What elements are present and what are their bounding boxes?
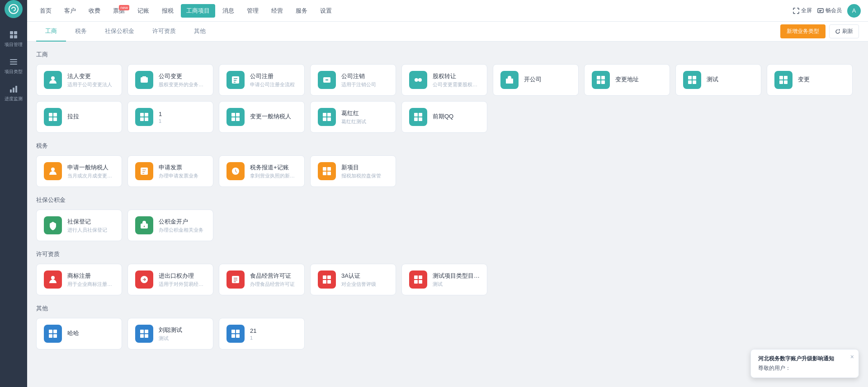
nav-home[interactable]: 首页 xyxy=(34,4,57,18)
card-desc-gehonghong: 葛红红测试 xyxy=(341,118,388,125)
nav-fee[interactable]: 收费 xyxy=(83,4,106,18)
card-name-num1: 1 xyxy=(159,111,206,117)
svg-rect-70 xyxy=(53,330,57,333)
nav-client[interactable]: 客户 xyxy=(59,4,81,18)
svg-rect-28 xyxy=(779,80,783,84)
card-icon-qianqi xyxy=(409,108,427,126)
card-info-liucong-test: 刘聪测试 测试 xyxy=(159,326,206,342)
card-change-tax[interactable]: 变更一般纳税人 xyxy=(219,101,305,133)
card-gjj-open[interactable]: 公积金开户 办理公积金相关业务 xyxy=(127,210,213,241)
card-info-food-license: 食品经营许可证 办理食品经营许可证 xyxy=(250,272,297,288)
sidebar-item-project-type[interactable]: 项目类型 xyxy=(0,52,27,79)
card-tax-report[interactable]: 税务报道+记账 拿到营业执照的新公司 xyxy=(219,155,305,187)
card-company-cancel[interactable]: 公司注销 适用于注销公司 xyxy=(310,64,396,96)
section-title-xuke: 许可资质 xyxy=(36,250,859,258)
card-icon-food-license xyxy=(226,270,245,289)
nav-settings[interactable]: 设置 xyxy=(315,4,337,18)
nav-bizproject[interactable]: 工商项目 xyxy=(181,4,215,18)
card-change-address[interactable]: 变更地址 xyxy=(584,64,670,96)
tab-xuke[interactable]: 许可资质 xyxy=(143,22,185,42)
card-info-num1: 1 1 xyxy=(159,111,206,124)
sidebar-item-progress[interactable]: 进度监测 xyxy=(0,79,27,107)
svg-point-16 xyxy=(418,78,422,82)
card-new-project[interactable]: 新项目 报税加税控盘保管 xyxy=(310,155,396,187)
fullscreen-btn[interactable]: 全屏 xyxy=(793,7,812,14)
card-name-new-project: 新项目 xyxy=(341,163,388,172)
notification-close-btn[interactable]: × xyxy=(850,353,854,360)
sidebar-item-project-manage[interactable]: 项目管理 xyxy=(0,25,27,52)
card-food-license[interactable]: 食品经营许可证 办理食品经营许可证 xyxy=(219,264,305,295)
svg-rect-18 xyxy=(597,76,600,79)
card-num1[interactable]: 1 1 xyxy=(127,101,213,133)
card-import-export[interactable]: 进出口权办理 适用于对外贸易经营者 xyxy=(127,264,213,295)
sidebar-label-project-manage: 项目管理 xyxy=(5,42,23,48)
card-desc-company-change: 股权变更外的业务变更 xyxy=(159,81,206,88)
card-info-company-register: 公司注册 申请公司注册全流程 xyxy=(250,72,297,88)
member-btn[interactable]: 畅会员 xyxy=(817,7,842,14)
card-name-change-tax: 变更一般纳税人 xyxy=(250,112,297,121)
card-faren-bianggeng[interactable]: 法人变更 适用于公司变更法人 xyxy=(36,64,122,96)
card-icon-open-company xyxy=(500,71,519,89)
svg-rect-42 xyxy=(323,113,326,117)
svg-rect-5 xyxy=(10,61,17,62)
topnav-right: 全屏 畅会员 A xyxy=(793,4,861,18)
svg-rect-61 xyxy=(323,275,326,279)
card-desc-liucong-test: 测试 xyxy=(159,335,206,342)
avatar[interactable]: A xyxy=(847,4,861,18)
card-apply-tax[interactable]: 申请一般纳税人 当月或次月成变更完成 xyxy=(36,155,122,187)
card-icon-faren xyxy=(44,71,62,89)
nav-message[interactable]: 消息 xyxy=(217,4,240,18)
card-name-tax-report: 税务报道+记账 xyxy=(250,163,297,172)
svg-rect-35 xyxy=(145,113,148,117)
card-haha[interactable]: 哈哈 xyxy=(36,318,122,350)
nav-manage[interactable]: 管理 xyxy=(241,4,264,18)
tab-shebao[interactable]: 社保公积金 xyxy=(96,22,143,42)
nav-accounting[interactable]: 记账 xyxy=(132,4,155,18)
card-info-change-tax: 变更一般纳税人 xyxy=(250,112,297,121)
card-qianqi[interactable]: 前期QQ xyxy=(401,101,487,133)
card-icon-company-register xyxy=(226,71,245,89)
gongshang-cards: 法人变更 适用于公司变更法人 公司变更 股权变更外的业务变更 xyxy=(36,64,859,133)
section-title-other: 其他 xyxy=(36,304,859,312)
card-test-type[interactable]: 测试项目类型目定义 测试 xyxy=(401,264,487,295)
list-icon xyxy=(9,57,19,67)
card-21[interactable]: 21 1 xyxy=(219,318,305,350)
tab-shuiwu[interactable]: 税务 xyxy=(66,22,96,42)
tab-other[interactable]: 其他 xyxy=(185,22,215,42)
card-company-change[interactable]: 公司变更 股权变更外的业务变更 xyxy=(127,64,213,96)
svg-point-11 xyxy=(51,76,55,80)
card-icon-test1 xyxy=(683,71,701,89)
nav-tax[interactable]: 报税 xyxy=(156,4,179,18)
card-shebao-reg[interactable]: 社保登记 进行人员社保登记 xyxy=(36,210,122,241)
nav-operate[interactable]: 经营 xyxy=(266,4,288,18)
card-name-lala: 拉拉 xyxy=(67,112,114,121)
section-title-gongshang: 工商 xyxy=(36,51,859,59)
card-gehonghong[interactable]: 葛红红 葛红红测试 xyxy=(310,101,396,133)
card-open-company[interactable]: 开公司 xyxy=(493,64,579,96)
tab-gongshang[interactable]: 工商 xyxy=(36,22,66,42)
svg-rect-41 xyxy=(236,117,240,121)
card-icon-import-export xyxy=(135,270,153,289)
app-main: 首页 客户 收费 票据 new 记账 报税 工商项目 消息 管理 经营 服务 设… xyxy=(27,0,868,387)
card-name-trademark: 商标注册 xyxy=(67,272,114,280)
svg-rect-48 xyxy=(414,117,418,121)
refresh-button[interactable]: 刷新 xyxy=(829,24,859,38)
card-company-register[interactable]: 公司注册 申请公司注册全流程 xyxy=(219,64,305,96)
card-desc-test-type: 测试 xyxy=(433,281,480,288)
svg-rect-33 xyxy=(53,117,57,121)
chart-icon xyxy=(9,84,19,94)
card-liucong-test[interactable]: 刘聪测试 测试 xyxy=(127,318,213,350)
svg-rect-78 xyxy=(236,330,240,333)
card-apply-invoice[interactable]: 申请发票 办理申请发票业务 xyxy=(127,155,213,187)
notification-content: 尊敬的用户： xyxy=(758,364,851,372)
card-lala[interactable]: 拉拉 xyxy=(36,101,122,133)
card-change2[interactable]: 变更 xyxy=(767,64,853,96)
card-3a-cert[interactable]: 3A认证 对企业信誉评级 xyxy=(310,264,396,295)
card-name-change2: 变更 xyxy=(798,75,845,84)
nav-ticket[interactable]: 票据 new xyxy=(108,4,130,18)
nav-service[interactable]: 服务 xyxy=(290,4,313,18)
card-equity[interactable]: 股权转让 公司变更需要股权转让 xyxy=(401,64,487,96)
card-trademark[interactable]: 商标注册 用于企业商标注册服务 xyxy=(36,264,122,295)
new-type-button[interactable]: 新增业务类型 xyxy=(780,24,826,38)
card-test1[interactable]: 测试 xyxy=(675,64,761,96)
